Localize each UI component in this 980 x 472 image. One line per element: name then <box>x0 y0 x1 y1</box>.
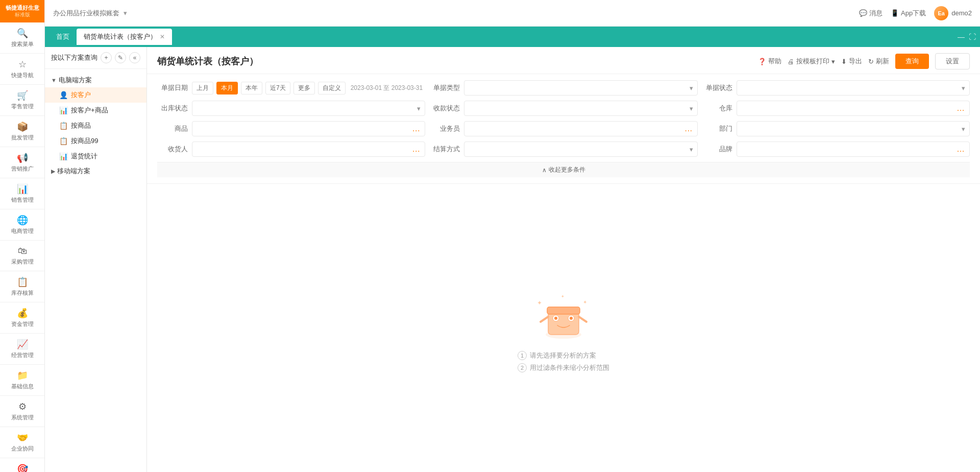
sidebar-item-label: 采购管理 <box>11 258 34 266</box>
brand-input[interactable]: … <box>737 141 970 157</box>
tab-home[interactable]: 首页 <box>49 29 77 45</box>
cart-icon: 🛒 <box>17 90 28 101</box>
settlement-label: 结算方式 <box>429 145 460 154</box>
logo-text: 畅捷通好生意 <box>6 4 39 11</box>
sidebar-item-system[interactable]: ⚙ 系统管理 <box>0 396 44 427</box>
tree-item-by-customer-goods[interactable]: 📊 按客户+商品 <box>45 103 146 118</box>
svg-text:✦: ✦ <box>537 299 542 306</box>
sidebar-item-wholesale[interactable]: 📦 批发管理 <box>0 116 44 147</box>
sidebar-item-quick-nav[interactable]: ☆ 快捷导航 <box>0 54 44 85</box>
settlement-input[interactable]: ▾ <box>464 141 697 157</box>
tab-close-icon[interactable]: ✕ <box>160 33 165 40</box>
receipt-status-input[interactable]: ▾ <box>464 101 697 116</box>
message-btn[interactable]: 💬 消息 <box>859 9 883 18</box>
consignee-input[interactable]: … <box>192 141 425 157</box>
left-panel-actions: + ✎ « <box>101 52 140 63</box>
settlement-control: ▾ <box>464 141 697 157</box>
setting-button[interactable]: 设置 <box>935 53 970 69</box>
content-area: 按以下方案查询 + ✎ « ▼ 电脑端方案 👤 按客户 📊 按 <box>45 47 980 472</box>
box-icon: 📦 <box>17 121 28 132</box>
app-download-btn[interactable]: 📱 App下载 <box>891 9 926 18</box>
industry-selector[interactable]: 办公用品行业模拟账套 ▾ <box>53 9 127 18</box>
header-right: 💬 消息 📱 App下载 Ea demo2 <box>859 6 972 20</box>
sidebar-item-operation[interactable]: 📈 经营管理 <box>0 334 44 365</box>
sidebar-item-cooperation[interactable]: 🤝 企业协同 <box>0 427 44 458</box>
expand-arrow-icon: ▼ <box>51 77 57 83</box>
collapse-filter-btn[interactable]: ∧ 收起更多条件 <box>157 162 970 177</box>
goods-input[interactable]: … <box>192 121 425 136</box>
collapse-panel-btn[interactable]: « <box>129 52 140 63</box>
sidebar-item-purchase[interactable]: 🛍 采购管理 <box>0 241 44 271</box>
date-btn-last-month[interactable]: 上月 <box>192 82 213 95</box>
doc-status-input[interactable]: ▾ <box>737 80 970 96</box>
window-controls: — ⛶ <box>958 33 976 41</box>
tree-section: ▼ 电脑端方案 👤 按客户 📊 按客户+商品 📋 按商品 📋 按商品 <box>45 69 146 182</box>
sidebar-item-sales[interactable]: 📊 销售管理 <box>0 178 44 209</box>
money-icon: 💰 <box>17 308 28 319</box>
tree-group-label-desktop: 电脑端方案 <box>59 76 92 85</box>
sidebar-item-label: 批发管理 <box>11 134 34 141</box>
collapse-label: 收起更多条件 <box>549 166 585 174</box>
tree-item-by-customer[interactable]: 👤 按客户 <box>45 87 146 103</box>
refresh-btn[interactable]: ↻ 刷新 <box>868 57 889 66</box>
search-icon: 🔍 <box>17 28 28 39</box>
tree-item-return-stat[interactable]: 📊 退货统计 <box>45 149 146 164</box>
left-panel-title: 按以下方案查询 <box>51 53 97 62</box>
settings-icon: ⚙ <box>18 401 27 412</box>
query-button[interactable]: 查询 <box>895 54 929 69</box>
maximize-btn[interactable]: ⛶ <box>969 33 976 41</box>
date-btn-this-year[interactable]: 本年 <box>241 82 262 95</box>
salesperson-input[interactable]: … <box>464 121 697 136</box>
consignee-control: … <box>192 141 425 157</box>
bar-chart-icon: 📊 <box>59 152 68 160</box>
date-label: 单据日期 <box>157 83 188 92</box>
sidebar-item-search[interactable]: 🔍 搜索菜单 <box>0 22 44 54</box>
department-control: ▾ <box>737 121 970 136</box>
globe-icon: 🌐 <box>17 215 28 226</box>
table2-icon: 📋 <box>59 137 68 145</box>
doc-type-control[interactable]: ▾ <box>464 80 697 96</box>
add-scheme-btn[interactable]: + <box>101 52 112 63</box>
help-btn[interactable]: ❓ 帮助 <box>758 57 781 66</box>
sidebar-item-label: 搜索菜单 <box>11 40 34 48</box>
chevron-down-icon2: ▾ <box>962 84 965 92</box>
out-status-input[interactable]: ▾ <box>192 101 425 116</box>
receipt-status-control: ▾ <box>464 101 697 116</box>
sidebar-item-label: 基础信息 <box>11 383 34 390</box>
tab-sales-stat[interactable]: 销货单统计表（按客户） ✕ <box>77 29 172 45</box>
export-btn[interactable]: ⬇ 导出 <box>841 57 862 66</box>
print-icon: 🖨 <box>788 58 794 65</box>
tree-item-by-goods-99[interactable]: 📋 按商品99 <box>45 133 146 149</box>
receipt-status-label: 收款状态 <box>429 104 460 113</box>
tree-group-desktop[interactable]: ▼ 电脑端方案 <box>45 73 146 87</box>
warehouse-input[interactable]: … <box>737 101 970 116</box>
sidebar-item-label: 系统管理 <box>11 414 34 421</box>
tree-item-label: 按客户+商品 <box>71 106 108 115</box>
sidebar-item-newbie[interactable]: 🎯 新手引导 <box>0 458 44 472</box>
sidebar-item-inventory[interactable]: 📋 库存核算 <box>0 271 44 302</box>
minimize-btn[interactable]: — <box>958 33 965 41</box>
message-icon: 💬 <box>859 9 867 17</box>
goods-control: … <box>192 121 425 136</box>
sidebar-item-ecommerce[interactable]: 🌐 电商管理 <box>0 209 44 241</box>
date-btn-this-month[interactable]: 本月 <box>216 82 238 95</box>
inventory-icon: 📋 <box>17 276 28 288</box>
tree-group-mobile[interactable]: ▶ 移动端方案 <box>45 164 146 178</box>
salesperson-control: … <box>464 121 697 136</box>
doc-type-input[interactable]: ▾ <box>464 80 697 96</box>
sidebar-item-finance[interactable]: 💰 资金管理 <box>0 302 44 334</box>
warehouse-control: … <box>737 101 970 116</box>
edit-scheme-btn[interactable]: ✎ <box>115 52 126 63</box>
user-menu[interactable]: Ea demo2 <box>934 6 972 20</box>
date-btn-custom[interactable]: 自定义 <box>318 82 346 95</box>
sidebar-item-basic[interactable]: 📁 基础信息 <box>0 365 44 396</box>
tree-item-by-goods[interactable]: 📋 按商品 <box>45 118 146 133</box>
date-btn-more[interactable]: 更多 <box>293 82 315 95</box>
out-status-label: 出库状态 <box>157 104 188 113</box>
date-btn-last-7days[interactable]: 近7天 <box>265 82 290 95</box>
chevron-down-icon: ▾ <box>124 9 127 17</box>
sidebar-item-marketing[interactable]: 📢 营销推广 <box>0 147 44 178</box>
department-input[interactable]: ▾ <box>737 121 970 136</box>
template-print-btn[interactable]: 🖨 按模板打印 ▾ <box>788 57 835 66</box>
sidebar-item-retail[interactable]: 🛒 零售管理 <box>0 85 44 116</box>
